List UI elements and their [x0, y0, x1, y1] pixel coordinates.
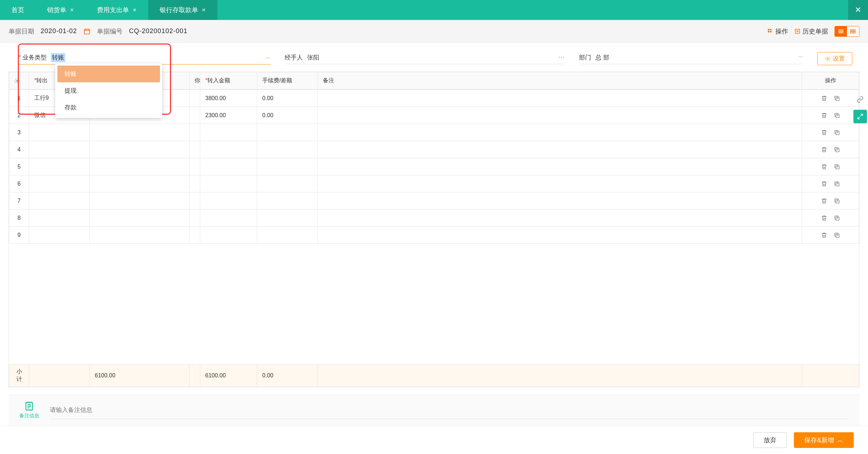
- table-row[interactable]: 9: [9, 227, 859, 244]
- cell-in-amount[interactable]: [200, 141, 257, 158]
- dropdown-option-transfer[interactable]: 转账: [57, 66, 160, 82]
- cell-in-account[interactable]: [190, 158, 200, 175]
- link-button[interactable]: [853, 93, 867, 106]
- save-and-add-button[interactable]: 保存&新增 ︿: [794, 432, 854, 448]
- cell-in-account[interactable]: [190, 107, 200, 124]
- delete-row-icon[interactable]: [821, 181, 827, 187]
- copy-row-icon[interactable]: [834, 164, 840, 170]
- cell-note[interactable]: [318, 227, 802, 244]
- delete-row-icon[interactable]: [821, 232, 827, 238]
- table-row[interactable]: 8: [9, 210, 859, 227]
- cell-out-amount[interactable]: [90, 192, 190, 210]
- handler-field[interactable]: 经手人 张阳 ···: [285, 53, 565, 64]
- cell-note[interactable]: [318, 175, 802, 192]
- cell-fee[interactable]: [257, 141, 318, 158]
- cell-fee[interactable]: [257, 158, 318, 175]
- cell-fee[interactable]: [257, 192, 318, 210]
- cell-out-account[interactable]: [29, 158, 90, 175]
- cell-in-account[interactable]: [190, 192, 200, 210]
- cell-out-account[interactable]: [29, 124, 90, 141]
- cell-note[interactable]: [318, 90, 802, 107]
- cell-in-account[interactable]: [190, 124, 200, 141]
- copy-row-icon[interactable]: [834, 198, 840, 204]
- operate-button[interactable]: 操作: [768, 27, 788, 36]
- cell-in-account[interactable]: [190, 141, 200, 158]
- cell-in-amount[interactable]: 2300.00: [200, 107, 257, 124]
- cell-out-amount[interactable]: [90, 210, 190, 227]
- copy-row-icon[interactable]: [834, 146, 840, 153]
- cell-note[interactable]: [318, 210, 802, 227]
- cell-fee[interactable]: 0.00: [257, 107, 318, 124]
- copy-row-icon[interactable]: [834, 181, 840, 187]
- tab-bank-deposit-withdraw[interactable]: 银行存取款单✕: [148, 0, 217, 20]
- tab-home[interactable]: 首页: [0, 0, 36, 20]
- cell-in-amount[interactable]: [200, 210, 257, 227]
- table-row[interactable]: 6: [9, 175, 859, 192]
- close-icon[interactable]: ✕: [133, 7, 137, 13]
- cell-in-amount[interactable]: [200, 124, 257, 141]
- date-value[interactable]: 2020-01-02: [41, 27, 77, 35]
- copy-row-icon[interactable]: [834, 215, 840, 221]
- cell-fee[interactable]: [257, 124, 318, 141]
- cell-in-amount[interactable]: [200, 192, 257, 210]
- cell-note[interactable]: [318, 158, 802, 175]
- cell-out-account[interactable]: [29, 175, 90, 192]
- tab-sales-order[interactable]: 销货单✕: [36, 0, 86, 20]
- dropdown-option-deposit[interactable]: 存款: [57, 99, 160, 116]
- cell-out-amount[interactable]: [90, 124, 190, 141]
- cell-out-amount[interactable]: [90, 227, 190, 244]
- tab-expense-payment[interactable]: 费用支出单✕: [86, 0, 148, 20]
- cell-in-account[interactable]: [190, 175, 200, 192]
- cell-out-amount[interactable]: [90, 141, 190, 158]
- cell-in-account[interactable]: [190, 227, 200, 244]
- department-field[interactable]: 部门 总 部 ﹀: [579, 53, 803, 64]
- cell-fee[interactable]: [257, 210, 318, 227]
- cell-in-account[interactable]: [190, 210, 200, 227]
- delete-row-icon[interactable]: [821, 198, 827, 204]
- copy-row-icon[interactable]: [834, 129, 840, 136]
- cell-note[interactable]: [318, 141, 802, 158]
- calendar-icon[interactable]: [83, 28, 91, 35]
- view-list-button[interactable]: [835, 26, 847, 36]
- discard-button[interactable]: 放弃: [753, 432, 787, 448]
- delete-row-icon[interactable]: [821, 164, 827, 170]
- cell-note[interactable]: [318, 192, 802, 210]
- cell-fee[interactable]: [257, 227, 318, 244]
- delete-row-icon[interactable]: [821, 112, 827, 119]
- remarks-input[interactable]: [50, 401, 849, 419]
- cell-note[interactable]: [318, 124, 802, 141]
- cell-in-amount[interactable]: [200, 175, 257, 192]
- window-close-button[interactable]: ✕: [848, 0, 868, 20]
- close-icon[interactable]: ✕: [202, 7, 206, 13]
- cell-note[interactable]: [318, 107, 802, 124]
- cell-fee[interactable]: [257, 175, 318, 192]
- cell-in-amount[interactable]: [200, 158, 257, 175]
- delete-row-icon[interactable]: [821, 129, 827, 136]
- table-row[interactable]: 4: [9, 141, 859, 158]
- cell-fee[interactable]: 0.00: [257, 90, 318, 107]
- cell-in-amount[interactable]: [200, 227, 257, 244]
- table-row[interactable]: 5: [9, 158, 859, 175]
- copy-row-icon[interactable]: [834, 232, 840, 238]
- delete-row-icon[interactable]: [821, 95, 827, 102]
- copy-row-icon[interactable]: [834, 95, 840, 102]
- close-icon[interactable]: ✕: [70, 7, 74, 13]
- cell-out-amount[interactable]: [90, 158, 190, 175]
- chevron-up-icon[interactable]: ︿: [265, 54, 270, 61]
- view-grid-button[interactable]: [847, 26, 859, 36]
- expand-button[interactable]: [853, 110, 867, 123]
- more-icon[interactable]: ···: [559, 55, 565, 60]
- chevron-down-icon[interactable]: ﹀: [798, 54, 803, 61]
- cell-out-account[interactable]: [29, 210, 90, 227]
- delete-row-icon[interactable]: [821, 215, 827, 221]
- cell-out-amount[interactable]: [90, 175, 190, 192]
- table-row[interactable]: 3: [9, 124, 859, 141]
- cell-out-account[interactable]: [29, 192, 90, 210]
- business-type-field[interactable]: *业务类型 转账 ︿: [19, 53, 270, 65]
- table-row[interactable]: 7: [9, 192, 859, 210]
- cell-in-account[interactable]: [190, 90, 200, 107]
- delete-row-icon[interactable]: [821, 146, 827, 153]
- settings-button[interactable]: 设置: [817, 52, 852, 65]
- cell-out-account[interactable]: [29, 227, 90, 244]
- table-settings-header[interactable]: [9, 72, 29, 89]
